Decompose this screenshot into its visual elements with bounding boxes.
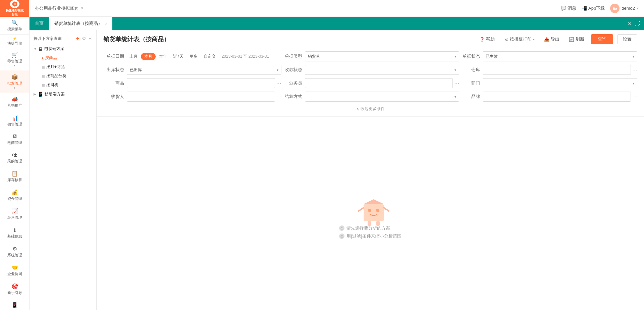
doc-type-label: 单据类型 <box>281 53 305 59</box>
tree-icon-pc: 🖥 <box>38 46 43 52</box>
staff-input-group: ··· <box>305 78 460 88</box>
tab-home[interactable]: 首页 <box>30 17 49 30</box>
tree-node-by-cashier[interactable]: ▦ 按司机 <box>38 81 96 90</box>
user-menu[interactable]: Ea demo2 ▾ <box>610 4 639 13</box>
workspace-selector[interactable]: 办公用品行业模拟账套 ▾ <box>35 5 83 11</box>
product-dots[interactable]: ··· <box>276 80 281 87</box>
left-panel-header: 按以下方案查询 + ⚙ « <box>30 33 96 44</box>
finance-label: 资金管理 <box>7 196 22 201</box>
sidebar-item-marketing[interactable]: 📣 营销推广 <box>0 93 29 111</box>
help-button[interactable]: ❓ 帮助 <box>477 35 497 44</box>
refresh-button[interactable]: 🔄 刷新 <box>566 35 587 44</box>
tree-node-mobile[interactable]: ▶ 📱 移动端方案 <box>30 90 96 99</box>
collapse-label: 收起更多条件 <box>361 106 385 112</box>
sidebar-item-operations[interactable]: 📈 经营管理 <box>0 205 29 223</box>
marketing-icon: 📣 <box>11 96 18 102</box>
sidebar-item-inventory[interactable]: 📋 库存核算 <box>0 167 29 186</box>
warehouse-input[interactable] <box>483 65 631 75</box>
warehouse-dots[interactable]: ··· <box>632 66 637 73</box>
search-label: 搜索菜单 <box>7 27 22 32</box>
appstore-icon: 📱 <box>11 302 18 308</box>
quick-nav-label: 快捷导航 <box>7 41 22 46</box>
receiver-dots[interactable]: ··· <box>276 93 281 100</box>
tab-close-window-button[interactable]: ✕ <box>628 20 632 27</box>
tree-icon-by-category: ▦ <box>42 74 45 78</box>
out-status-value: 已出库 <box>130 67 142 73</box>
staff-dots[interactable]: ··· <box>454 80 459 87</box>
tree-node-by-month-product[interactable]: ▦ 按月+商品 <box>38 62 96 71</box>
tree-node-by-category[interactable]: ▦ 按商品分类 <box>38 71 96 81</box>
doc-type-select[interactable]: 销货单 ▾ <box>305 51 460 61</box>
export-button[interactable]: 📤 导出 <box>541 35 562 44</box>
date-btn-last7days[interactable]: 近7天 <box>170 53 186 60</box>
out-status-select[interactable]: 已出库 ▾ <box>127 65 281 75</box>
page-header: 销货单统计表（按商品） ❓ 帮助 🖨 按模板打印 ▾ 📤 导出 <box>97 30 644 47</box>
date-btn-last-month[interactable]: 上月 <box>127 53 140 60</box>
sidebar-item-sales[interactable]: 📊 销售管理 <box>0 111 29 130</box>
retail-label: 零售管理 <box>7 59 22 64</box>
workspace-title: 办公用品行业模拟账套 <box>35 5 78 11</box>
sidebar-item-finance[interactable]: 💰 资金管理 <box>0 186 29 205</box>
quick-nav[interactable]: ⚡ 快捷导航 <box>0 35 29 48</box>
out-status-label: 出库状态 <box>103 67 127 73</box>
search-menu[interactable]: 🔍 搜索菜单 <box>0 17 29 35</box>
tab-maximize-button[interactable]: ⛶ <box>635 20 640 27</box>
product-input[interactable] <box>127 78 275 88</box>
sidebar-item-newbie[interactable]: 🎯 新手引导 <box>0 280 29 299</box>
tip-num-1: ① <box>339 225 344 231</box>
sidebar-item-system[interactable]: ⚙ 系统管理 <box>0 242 29 261</box>
tip-item-2: ② 用[过滤]条件来缩小分析范围 <box>339 233 401 239</box>
tree-label-by-product: 按商品 <box>45 55 92 61</box>
tree-node-by-product[interactable]: ● 按商品 <box>38 53 96 62</box>
collect-status-select[interactable]: ▾ <box>305 65 460 75</box>
query-button[interactable]: 查询 <box>591 34 613 44</box>
sidebar-item-appstore[interactable]: 📱 应用中心 <box>0 299 29 310</box>
sidebar-item-wholesale[interactable]: 📦 批发管理 ▴ <box>0 70 29 93</box>
tab-bar-actions: ✕ ⛶ <box>628 20 644 27</box>
payment-label: 结算方式 <box>281 94 305 100</box>
tab-close-button[interactable]: × <box>105 21 107 25</box>
message-button[interactable]: 💬 消息 <box>561 5 576 11</box>
doc-status-select[interactable]: 已生效 ▾ <box>483 51 637 61</box>
sidebar-item-enterprise[interactable]: 🤝 企业协同 <box>0 261 29 280</box>
tree-icon-by-month-product: ▦ <box>42 65 45 69</box>
app-download-button[interactable]: 📲 App下载 <box>582 5 605 11</box>
search-icon: 🔍 <box>11 19 18 26</box>
export-icon: 📤 <box>544 37 549 42</box>
doc-status-value: 已生效 <box>486 54 498 59</box>
tab-sales-stat-label: 销货单统计表（按商品） <box>54 20 102 27</box>
date-btn-this-year[interactable]: 本年 <box>156 53 170 60</box>
collapse-button[interactable]: ∧ 收起更多条件 <box>356 106 385 112</box>
warehouse-label: 仓库 <box>459 67 483 73</box>
tree-node-pc[interactable]: ▼ 🖥 电脑端方案 <box>30 44 96 53</box>
brand-label: 品牌 <box>459 94 483 100</box>
staff-input[interactable] <box>305 78 453 88</box>
empty-state: ① 请先选择要分析的方案 ② 用[过滤]条件来缩小分析范围 <box>339 188 401 239</box>
sidebar-item-ecommerce[interactable]: 🖥 电商管理 <box>0 130 29 149</box>
tab-home-label: 首页 <box>35 20 44 27</box>
sidebar-item-retail[interactable]: 🛒 零售管理 ▾ <box>0 48 29 70</box>
quick-nav-icon: ⚡ <box>12 37 17 41</box>
date-btn-this-month[interactable]: 本月 <box>141 53 156 60</box>
date-btn-more[interactable]: 更多 <box>187 53 200 60</box>
collapse-panel-button[interactable]: « <box>88 35 92 42</box>
ecommerce-icon: 🖥 <box>12 134 17 140</box>
brand-dots[interactable]: ··· <box>632 93 637 100</box>
sidebar-item-purchase[interactable]: 🛍 采购管理 <box>0 149 29 167</box>
date-btn-custom[interactable]: 自定义 <box>201 53 218 60</box>
wholesale-arrow: ▴ <box>14 86 15 89</box>
add-scheme-button[interactable]: + <box>75 35 80 42</box>
dept-select[interactable]: ▾ <box>483 78 637 88</box>
settings-scheme-button[interactable]: ⚙ <box>81 35 87 42</box>
payment-select[interactable]: ▾ <box>305 92 460 102</box>
purchase-label: 采购管理 <box>7 159 22 164</box>
sidebar-item-basic[interactable]: ℹ 基础信息 <box>0 223 29 242</box>
brand-input[interactable] <box>483 92 631 102</box>
operations-icon: 📈 <box>11 208 18 214</box>
receiver-input[interactable] <box>127 92 275 102</box>
template-print-button[interactable]: 🖨 按模板打印 ▾ <box>501 35 537 44</box>
settings-button[interactable]: 设置 <box>617 34 637 44</box>
filter-cell-dept: 部门 ▾ <box>459 78 637 88</box>
filter-cell-product: 商品 ··· <box>103 78 281 88</box>
tab-sales-stat[interactable]: 销货单统计表（按商品） × <box>49 17 112 30</box>
